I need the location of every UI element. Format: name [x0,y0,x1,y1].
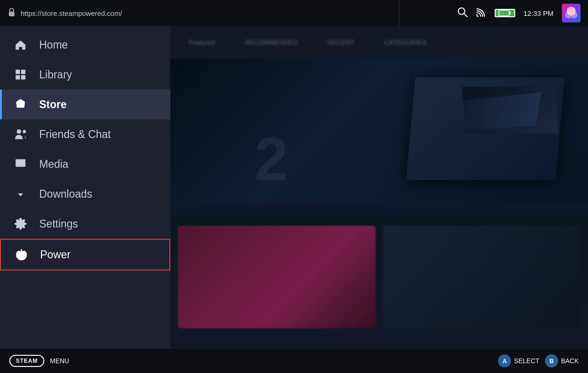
content-area: Featured RECOMMENDED RECENT CATEGORIES 2 [170,26,588,349]
select-label: SELECT [514,357,539,365]
user-avatar[interactable] [562,4,581,22]
back-button-group: B BACK [545,354,579,367]
media-icon [13,157,28,172]
tab-recommended[interactable]: RECOMMENDED [238,35,305,50]
game-cards-area [170,218,588,349]
topbar-right-section: 12:33 PM [457,4,581,22]
sidebar-item-home[interactable]: Home [0,30,170,60]
downloads-label: Downloads [39,188,92,200]
store-icon [13,97,28,112]
settings-label: Settings [39,218,78,230]
sidebar-item-settings[interactable]: Settings [0,209,170,239]
svg-rect-0 [9,12,14,16]
svg-rect-5 [499,11,508,15]
avatar-image [562,4,581,22]
tab-recent[interactable]: RECENT [320,35,362,50]
svg-point-10 [17,130,21,134]
cast-icon[interactable] [476,7,486,20]
a-button: A [498,354,511,367]
downloads-icon [13,186,28,201]
select-button-group: A SELECT [498,354,539,367]
svg-rect-12 [16,159,26,167]
svg-rect-4 [509,12,511,14]
steam-menu-button[interactable]: STEAM [9,355,44,367]
svg-point-11 [23,130,26,133]
svg-line-2 [464,14,467,17]
main-layout: Home Library Store Friends & Chat [0,26,588,349]
topbar-divider [399,0,399,26]
sidebar: Home Library Store Friends & Chat [0,26,170,349]
game-banner-area: 2 [170,59,588,203]
sidebar-item-store[interactable]: Store [0,90,170,119]
game-image: 2 [170,59,588,203]
library-icon [13,67,28,82]
tab-featured[interactable]: Featured [182,35,223,50]
power-label: Power [40,249,70,261]
url-display: https://store.steampowered.com/ [21,9,457,17]
battery-icon [495,9,515,17]
lock-icon [7,7,16,19]
power-icon [14,247,29,262]
sidebar-item-power[interactable]: Power [0,239,170,270]
b-button: B [545,354,558,367]
home-icon [13,37,28,52]
content-tabs-bar: Featured RECOMMENDED RECENT CATEGORIES [170,26,588,59]
game-card-1 [178,226,376,328]
sidebar-item-media[interactable]: Media [0,149,170,179]
svg-rect-7 [21,70,25,74]
sidebar-item-friends[interactable]: Friends & Chat [0,119,170,149]
store-label: Store [39,98,67,111]
search-icon[interactable] [457,7,468,20]
sidebar-item-downloads[interactable]: Downloads [0,179,170,209]
menu-label: MENU [50,357,69,365]
tab-categories[interactable]: CATEGORIES [377,35,434,50]
friends-icon [13,127,28,142]
back-label: BACK [561,357,579,365]
settings-icon [13,216,28,231]
home-label: Home [39,39,68,51]
taskbar-controls: A SELECT B BACK [498,354,579,367]
clock-display: 12:33 PM [524,9,553,17]
sidebar-item-library[interactable]: Library [0,60,170,90]
media-label: Media [39,158,69,171]
topbar: https://store.steampowered.com/ 12:33 [0,0,588,26]
svg-rect-6 [16,70,20,74]
svg-rect-8 [16,75,20,79]
svg-rect-9 [21,75,25,79]
friends-label: Friends & Chat [39,128,111,141]
taskbar: STEAM MENU A SELECT B BACK [0,349,588,373]
library-label: Library [39,69,72,81]
game-card-2 [383,226,581,328]
